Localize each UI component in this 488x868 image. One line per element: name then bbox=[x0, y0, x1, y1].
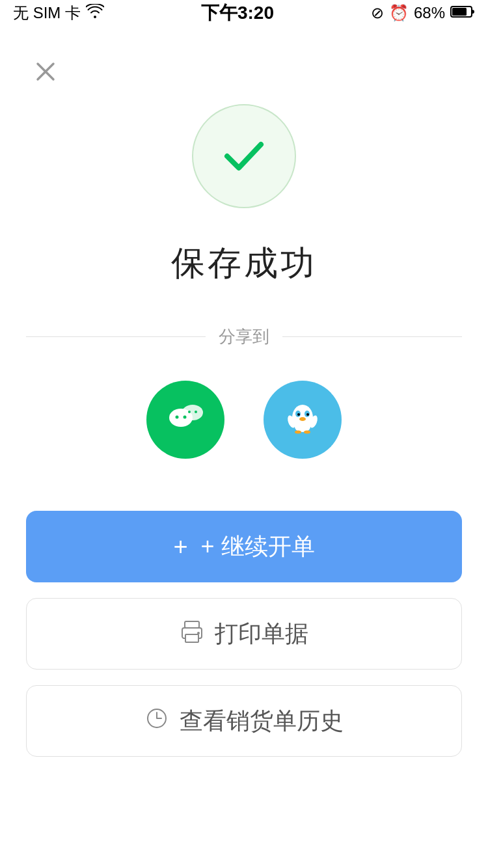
svg-point-15 bbox=[299, 417, 306, 421]
sim-status: 无 SIM 卡 bbox=[13, 3, 81, 23]
svg-point-17 bbox=[295, 431, 301, 434]
printer-icon bbox=[180, 619, 204, 649]
svg-point-7 bbox=[183, 416, 187, 419]
alarm-icon: ⏰ bbox=[389, 4, 409, 22]
continue-order-label: + 继续开单 bbox=[201, 531, 315, 563]
history-button[interactable]: 查看销货单历史 bbox=[26, 685, 462, 757]
history-label: 查看销货单历史 bbox=[180, 705, 344, 737]
battery-level: 68% bbox=[414, 4, 445, 22]
print-button[interactable]: 打印单据 bbox=[26, 598, 462, 670]
svg-point-14 bbox=[306, 413, 309, 416]
svg-point-16 bbox=[295, 422, 310, 432]
action-buttons: + + 继续开单 打印单据 查看销货单历史 bbox=[26, 511, 462, 757]
success-title: 保存成功 bbox=[171, 241, 317, 286]
plus-icon: + bbox=[173, 533, 187, 561]
wifi-icon bbox=[86, 4, 104, 22]
main-content: 保存成功 分享到 bbox=[0, 26, 488, 868]
svg-rect-1 bbox=[452, 8, 467, 16]
continue-order-button[interactable]: + + 继续开单 bbox=[26, 511, 462, 582]
print-label: 打印单据 bbox=[215, 618, 308, 650]
time-display: 下午3:20 bbox=[201, 1, 274, 25]
location-icon: ⊘ bbox=[371, 4, 384, 22]
close-button[interactable] bbox=[26, 52, 65, 91]
svg-point-9 bbox=[195, 411, 197, 413]
svg-rect-21 bbox=[185, 621, 199, 628]
history-icon bbox=[144, 706, 169, 737]
wechat-share-button[interactable] bbox=[146, 381, 224, 459]
svg-point-13 bbox=[297, 413, 300, 416]
checkmark-icon bbox=[218, 130, 270, 182]
svg-point-18 bbox=[304, 431, 310, 434]
share-label: 分享到 bbox=[219, 325, 269, 348]
qq-icon bbox=[280, 397, 325, 442]
svg-point-6 bbox=[176, 416, 179, 419]
svg-rect-23 bbox=[185, 634, 198, 642]
divider-right bbox=[282, 336, 462, 337]
battery-icon bbox=[450, 4, 475, 22]
status-right: ⊘ ⏰ 68% bbox=[371, 4, 475, 22]
divider-left bbox=[26, 336, 206, 337]
qq-share-button[interactable] bbox=[264, 381, 342, 459]
status-left: 无 SIM 卡 bbox=[13, 3, 104, 23]
svg-point-8 bbox=[188, 411, 191, 413]
status-bar: 无 SIM 卡 下午3:20 ⊘ ⏰ 68% bbox=[0, 0, 488, 26]
share-icons-container bbox=[146, 381, 342, 459]
success-indicator bbox=[192, 104, 296, 208]
close-icon bbox=[34, 60, 57, 83]
share-divider: 分享到 bbox=[26, 325, 462, 348]
wechat-icon bbox=[163, 397, 208, 442]
svg-point-24 bbox=[197, 632, 200, 634]
